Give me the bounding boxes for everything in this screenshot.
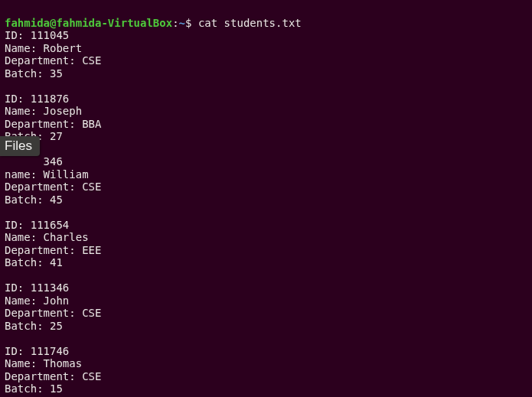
student-record: ID: 111876Name: JosephDepartment: BBABat… — [5, 93, 527, 143]
record-name: Name: Joseph — [5, 105, 527, 118]
record-batch: Batch: 27 — [5, 130, 527, 143]
output-block: ID: 111045Name: RobertDepartment: CSEBat… — [5, 29, 527, 395]
record-batch: Batch: 35 — [5, 67, 527, 80]
blank-line — [5, 80, 527, 93]
record-id: ID: 111746 — [5, 345, 527, 358]
record-batch: Batch: 15 — [5, 382, 527, 395]
prompt-path: ~ — [179, 17, 185, 29]
record-batch: Batch: 45 — [5, 194, 527, 207]
student-record: ID: 111654Name: CharlesDepartment: EEEBa… — [5, 219, 527, 269]
terminal[interactable]: fahmida@fahmida-VirtualBox:~$ cat studen… — [5, 4, 527, 397]
record-department: Department: CSE — [5, 370, 527, 383]
record-department: Department: EEE — [5, 244, 527, 257]
record-name: Name: Robert — [5, 42, 527, 55]
record-name: Name: John — [5, 294, 527, 308]
student-record: 346name: WilliamDepartment: CSEBatch: 45 — [5, 155, 527, 206]
files-tooltip: Files — [0, 136, 40, 156]
record-department: Department: CSE — [5, 54, 527, 67]
record-id: 346 — [5, 155, 527, 168]
blank-line — [5, 332, 527, 345]
command-text: cat students.txt — [198, 17, 302, 29]
blank-line — [5, 269, 527, 282]
record-name: Name: Thomas — [5, 357, 527, 370]
student-record: ID: 111045Name: RobertDepartment: CSEBat… — [5, 29, 527, 80]
record-department: Department: CSE — [5, 181, 527, 194]
record-id: ID: 111045 — [5, 29, 527, 42]
prompt-symbol: $ — [185, 17, 191, 29]
prompt-user-host: fahmida@fahmida-VirtualBox — [5, 17, 172, 29]
record-name: name: William — [5, 168, 527, 181]
student-record: ID: 111746Name: ThomasDepartment: CSEBat… — [5, 345, 527, 395]
record-id: ID: 111654 — [5, 219, 527, 232]
record-batch: Batch: 41 — [5, 256, 527, 269]
record-name: Name: Charles — [5, 231, 527, 244]
record-id: ID: 111346 — [5, 281, 527, 294]
record-batch: Batch: 25 — [5, 320, 527, 333]
blank-line — [5, 206, 527, 219]
student-record: ID: 111346Name: JohnDepartment: CSEBatch… — [5, 281, 527, 332]
prompt-separator: : — [172, 17, 178, 29]
record-department: Department: BBA — [5, 118, 527, 131]
record-id: ID: 111876 — [5, 93, 527, 106]
record-department: Department: CSE — [5, 307, 527, 320]
prompt-line-1: fahmida@fahmida-VirtualBox:~$ cat studen… — [5, 17, 302, 29]
files-tooltip-label: Files — [5, 138, 32, 153]
blank-line — [5, 143, 527, 156]
